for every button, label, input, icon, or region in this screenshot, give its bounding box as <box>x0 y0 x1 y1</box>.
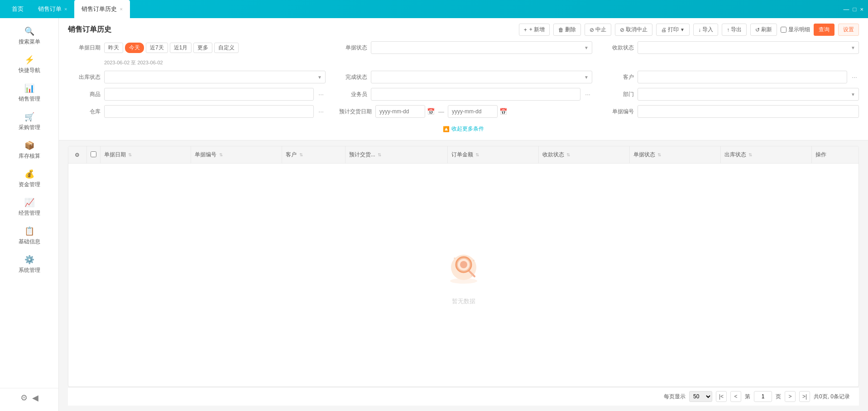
sidebar-item-sales-mgmt[interactable]: 📊 销售管理 <box>0 79 58 107</box>
tab-sales-order-history-close[interactable]: × <box>120 6 122 12</box>
first-page-button[interactable]: |< <box>716 391 727 402</box>
th-receipt-status[interactable]: 收款状态 ⇅ <box>539 146 630 164</box>
settings-button[interactable]: 设置 <box>838 24 859 36</box>
filter-cell-date: 单据日期 昨天 今天 近7天 近1月 更多 自定义 <box>68 43 326 53</box>
warehouse-input[interactable] <box>104 105 314 118</box>
delete-button[interactable]: 🗑 删除 <box>553 24 581 36</box>
sidebar-item-quick-nav[interactable]: ⚡ 快捷导航 <box>0 50 58 79</box>
date-btn-1month[interactable]: 近1月 <box>170 43 192 53</box>
page-header: 销售订单历史 + + 新增 🗑 删除 ⊘ 中止 ⊘ <box>59 18 868 140</box>
filter-cell-expected-delivery: 预计交货日期 📅 — 📅 <box>335 105 592 118</box>
outstock-status-select[interactable] <box>104 71 326 83</box>
warehouse-dots-icon[interactable]: ··· <box>317 108 326 115</box>
query-button[interactable]: 查询 <box>814 24 834 36</box>
collapse-row[interactable]: 🔼 收起更多条件 <box>68 122 859 135</box>
receipt-status-select[interactable] <box>638 41 859 54</box>
sidebar-item-operation-mgmt[interactable]: 📈 经营管理 <box>0 193 58 222</box>
th-settings[interactable]: ⚙ <box>68 146 86 164</box>
tab-bar: 首页 销售订单 × 销售订单历史 × <box>5 0 844 18</box>
refresh-button[interactable]: ↺ 刷新 <box>750 24 777 36</box>
last-page-button[interactable]: >| <box>799 391 810 402</box>
salesman-dots-icon[interactable]: ··· <box>583 91 592 98</box>
calendar-end-icon[interactable]: 📅 <box>499 108 507 115</box>
page-title: 销售订单历史 <box>68 25 111 34</box>
import-button[interactable]: ↓ 导入 <box>693 24 718 36</box>
th-order-amount[interactable]: 订单金额 ⇅ <box>448 146 539 164</box>
order-status-select[interactable] <box>371 41 592 54</box>
warehouse-label: 仓库 <box>68 108 104 116</box>
export-button[interactable]: ↑ 导出 <box>722 24 747 36</box>
th-date-label: 单据日期 <box>104 151 126 158</box>
tab-home[interactable]: 首页 <box>5 0 31 18</box>
customer-input[interactable] <box>638 71 847 83</box>
date-btn-yesterday[interactable]: 昨天 <box>104 43 123 53</box>
sidebar-item-stock-mgmt[interactable]: 📦 库存核算 <box>0 136 58 164</box>
svg-point-8 <box>473 260 475 261</box>
print-arrow-icon: ▼ <box>680 27 685 32</box>
next-page-button[interactable]: > <box>785 391 796 402</box>
new-button[interactable]: + + 新增 <box>519 24 550 36</box>
date-range-display: 2023-06-02 至 2023-06-02 <box>104 59 163 66</box>
sidebar-item-capital-mgmt[interactable]: 💰 资金管理 <box>0 164 58 193</box>
date-btn-custom[interactable]: 自定义 <box>214 43 239 53</box>
cancel-stop-icon: ⊘ <box>620 27 624 33</box>
sidebar-item-system-mgmt[interactable]: ⚙️ 系统管理 <box>0 250 58 279</box>
window-minimize[interactable]: — <box>844 6 849 13</box>
filter-cell-complete-status: 完成状态 ▼ <box>335 71 592 83</box>
calendar-start-icon[interactable]: 📅 <box>427 108 435 115</box>
product-dots-icon[interactable]: ··· <box>317 91 326 98</box>
th-receipt-status-label: 收款状态 <box>542 151 564 158</box>
expected-delivery-end[interactable] <box>448 105 498 118</box>
filter-cell-warehouse: 仓库 ··· <box>68 105 326 118</box>
new-icon: + <box>524 27 527 33</box>
th-order-no[interactable]: 单据编号 ⇅ <box>191 146 282 164</box>
sidebar-item-search-menu[interactable]: 🔍 搜索菜单 <box>0 22 58 50</box>
th-expected-delivery[interactable]: 预计交货... ⇅ <box>345 146 448 164</box>
select-all-checkbox[interactable] <box>91 151 96 157</box>
sidebar-item-basic-info[interactable]: 📋 基础信息 <box>0 222 58 250</box>
window-close[interactable]: × <box>860 6 863 13</box>
customer-dots-icon[interactable]: ··· <box>850 73 859 81</box>
sidebar-collapse-icon[interactable]: ◀ <box>32 393 38 403</box>
th-checkbox[interactable] <box>86 146 100 164</box>
quick-nav-icon: ⚡ <box>24 55 34 65</box>
page-title-row: 销售订单历史 + + 新增 🗑 删除 ⊘ 中止 ⊘ <box>68 24 859 36</box>
salesman-input[interactable] <box>371 88 580 101</box>
th-order-status[interactable]: 单据状态 ⇅ <box>629 146 720 164</box>
expected-delivery-start[interactable] <box>375 105 425 118</box>
tab-sales-order-close[interactable]: × <box>64 6 67 12</box>
import-label: 导入 <box>702 26 713 34</box>
complete-status-select[interactable] <box>371 71 592 83</box>
window-restore[interactable]: □ <box>853 6 857 13</box>
stop-button[interactable]: ⊘ 中止 <box>585 24 611 36</box>
th-customer[interactable]: 客户 ⇅ <box>282 146 345 164</box>
th-expected-delivery-label: 预计交货... <box>349 151 375 158</box>
date-btn-7days[interactable]: 近7天 <box>146 43 168 53</box>
product-input[interactable] <box>104 88 314 101</box>
filter-row-date-sub: 2023-06-02 至 2023-06-02 <box>68 58 859 66</box>
sidebar-item-purchase-mgmt[interactable]: 🛒 采购管理 <box>0 107 58 136</box>
warehouse-control: ··· <box>104 105 326 118</box>
print-button[interactable]: 🖨 打印 ▼ <box>656 24 690 36</box>
sidebar-settings-icon[interactable]: ⚙ <box>20 393 28 403</box>
filter-cell-receipt-status: 收款状态 ▼ <box>601 41 859 54</box>
tab-sales-order-history[interactable]: 销售订单历史 × <box>74 0 129 18</box>
page-word: 第 <box>745 393 750 401</box>
page-input[interactable] <box>754 391 772 402</box>
delete-label: 删除 <box>565 26 576 34</box>
department-select[interactable] <box>638 88 859 101</box>
date-btn-today[interactable]: 今天 <box>125 43 144 53</box>
date-btn-more[interactable]: 更多 <box>193 43 212 53</box>
page-size-select[interactable]: 50 20 100 <box>689 391 712 402</box>
department-control: ▼ <box>638 88 859 101</box>
cancel-stop-button[interactable]: ⊘ 取消中止 <box>615 24 652 36</box>
th-outstock-status[interactable]: 出库状态 ⇅ <box>720 146 811 164</box>
prev-page-button[interactable]: < <box>730 391 741 402</box>
order-no-input[interactable] <box>638 105 859 118</box>
tab-sales-order[interactable]: 销售订单 × <box>31 0 74 18</box>
table-header: ⚙ 单据日期 ⇅ 单据编号 ⇅ 客户 <box>68 146 858 164</box>
display-detail-checkbox[interactable] <box>781 27 786 33</box>
refresh-icon: ↺ <box>755 27 760 33</box>
th-date[interactable]: 单据日期 ⇅ <box>100 146 191 164</box>
display-detail-check[interactable]: 显示明细 <box>781 26 810 34</box>
